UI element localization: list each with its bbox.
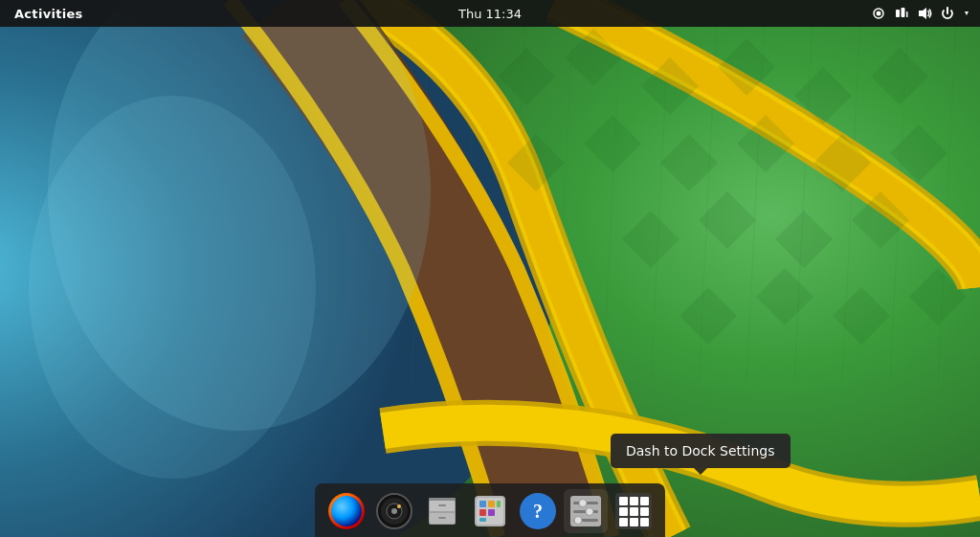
topbar-clock: Thu 11:34 [458,7,522,21]
dock-item-firefox[interactable] [324,489,368,533]
power-menu-arrow[interactable] [963,6,970,21]
dock-item-files[interactable] [420,489,464,533]
settings-icon [568,493,604,529]
topbar-right [871,6,970,21]
firefox-icon [328,493,365,529]
rhythmbox-icon [376,493,412,529]
svg-rect-53 [438,504,446,506]
svg-rect-55 [438,517,446,519]
topbar-left: Activities [10,7,88,21]
dock-item-help[interactable]: ? [516,489,560,533]
dock-item-rhythmbox[interactable] [372,489,416,533]
svg-rect-41 [896,10,900,17]
svg-point-18 [29,96,316,479]
dock-item-settings[interactable] [564,489,608,533]
svg-rect-62 [479,509,486,516]
svg-rect-64 [479,518,486,522]
svg-rect-61 [497,501,501,507]
svg-rect-59 [479,501,486,507]
svg-rect-63 [488,509,495,516]
svg-rect-43 [906,11,908,17]
svg-point-50 [397,504,401,508]
volume-icon[interactable] [917,6,932,21]
wallpaper [0,0,980,537]
dock: ? [315,483,665,537]
svg-marker-44 [919,8,926,19]
software-icon [472,493,508,529]
svg-marker-45 [965,11,969,15]
network-icon[interactable] [894,6,909,21]
svg-point-69 [586,508,593,516]
files-icon [424,493,460,529]
dock-item-apps[interactable] [612,489,656,533]
grid-dot-7 [619,518,628,526]
grid-dot-8 [630,518,638,526]
power-icon[interactable] [940,6,955,21]
screen-record-icon[interactable] [871,6,886,21]
svg-rect-42 [902,8,905,17]
grid-dot-2 [630,497,638,505]
svg-point-67 [579,500,587,507]
svg-rect-60 [488,501,495,507]
grid-dot-1 [619,497,628,505]
grid-dot-6 [640,507,649,516]
grid-dot-5 [630,507,638,516]
svg-point-49 [391,508,397,514]
svg-point-40 [877,11,881,16]
apps-grid [619,497,649,526]
activities-button[interactable]: Activities [10,7,88,21]
grid-dot-9 [640,518,649,526]
grid-dot-3 [640,497,649,505]
topbar: Activities Thu 11:34 [0,0,980,27]
help-icon: ? [520,493,556,529]
apps-icon [615,493,652,529]
grid-dot-4 [619,507,628,516]
dock-item-software[interactable] [468,489,512,533]
svg-point-71 [574,517,582,525]
desktop: Activities Thu 11:34 [0,0,980,537]
svg-rect-56 [429,498,456,501]
